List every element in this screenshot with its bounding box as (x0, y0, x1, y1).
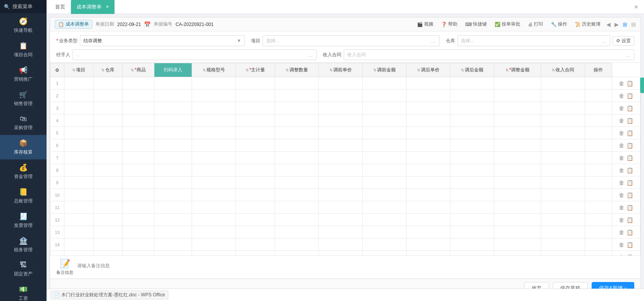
cell-1-7[interactable] (319, 77, 363, 90)
cell-12-3[interactable] (154, 214, 192, 226)
cell-12-11[interactable] (494, 214, 541, 226)
cell-1-12[interactable] (541, 77, 585, 90)
cell-11-4[interactable] (192, 201, 235, 214)
cell-4-13[interactable] (585, 114, 612, 127)
cell-7-12[interactable] (541, 152, 585, 164)
cell-7-7[interactable] (319, 152, 363, 164)
cell-6-4[interactable] (192, 139, 235, 152)
table-settings-col[interactable]: ⚙ (50, 63, 64, 77)
cell-11-11[interactable] (494, 201, 541, 214)
cell-15-11[interactable] (494, 251, 541, 256)
sidebar-item-ledger-mgmt[interactable]: 📒 总账管理 (0, 184, 47, 208)
row-delete-icon[interactable]: 🗑 (619, 142, 624, 149)
row-delete-icon[interactable]: 🗑 (619, 105, 624, 111)
cell-15-4[interactable] (192, 251, 235, 256)
cell-4-4[interactable] (192, 114, 235, 127)
cell-7-2[interactable] (122, 152, 154, 164)
cell-13-0[interactable] (64, 226, 93, 239)
cell-5-12[interactable] (541, 127, 585, 139)
cell-1-2[interactable] (122, 77, 154, 90)
cell-3-13[interactable] (585, 102, 612, 114)
cell-2-6[interactable] (275, 90, 319, 102)
cell-14-3[interactable] (154, 239, 192, 251)
cell-14-1[interactable] (93, 239, 122, 251)
cell-4-9[interactable] (407, 114, 450, 127)
cell-13-5[interactable] (235, 226, 275, 239)
cell-7-9[interactable] (407, 152, 450, 164)
cell-12-10[interactable] (450, 214, 494, 226)
th-scan-input[interactable]: 扫码录入 (154, 63, 192, 77)
cell-15-10[interactable] (450, 251, 494, 256)
cell-7-1[interactable] (93, 152, 122, 164)
cell-8-13[interactable] (585, 164, 612, 176)
row-delete-icon[interactable]: 🗑 (619, 192, 624, 198)
biz-type-input[interactable]: 结存调整 ▼ (80, 35, 245, 46)
review-btn[interactable]: ✅ 按单审批 (493, 20, 522, 28)
cell-4-1[interactable] (93, 114, 122, 127)
cell-9-0[interactable] (64, 176, 93, 189)
cell-13-8[interactable] (363, 226, 407, 239)
cell-11-2[interactable] (122, 201, 154, 214)
income-contract-input[interactable]: 收入合同 (344, 49, 635, 60)
project-input[interactable]: 选择... (263, 35, 440, 46)
row-copy-icon[interactable]: 📋 (627, 130, 633, 136)
cell-3-7[interactable] (319, 102, 363, 114)
cell-4-2[interactable] (122, 114, 154, 127)
cell-14-9[interactable] (407, 239, 450, 251)
sidebar-item-fixed-assets[interactable]: 🏗 固定资产 (0, 257, 47, 281)
cell-14-12[interactable] (541, 239, 585, 251)
cell-6-5[interactable] (235, 139, 275, 152)
cell-5-11[interactable] (494, 127, 541, 139)
cell-2-12[interactable] (541, 90, 585, 102)
cell-14-7[interactable] (319, 239, 363, 251)
sidebar-item-payroll[interactable]: 💵 工资 (0, 281, 47, 301)
cell-2-2[interactable] (122, 90, 154, 102)
cell-13-7[interactable] (319, 226, 363, 239)
cell-1-3[interactable] (154, 77, 192, 90)
cell-12-4[interactable] (192, 214, 235, 226)
cell-13-10[interactable] (450, 226, 494, 239)
cell-15-6[interactable] (275, 251, 319, 256)
cell-4-10[interactable] (450, 114, 494, 127)
cell-9-9[interactable] (407, 176, 450, 189)
cell-9-12[interactable] (541, 176, 585, 189)
cell-7-13[interactable] (585, 152, 612, 164)
cell-3-11[interactable] (494, 102, 541, 114)
cell-1-4[interactable] (192, 77, 235, 90)
row-delete-icon[interactable]: 🗑 (619, 217, 624, 223)
cell-1-6[interactable] (275, 77, 319, 90)
cell-12-6[interactable] (275, 214, 319, 226)
cell-6-2[interactable] (122, 139, 154, 152)
cell-1-0[interactable] (64, 77, 93, 90)
cell-13-2[interactable] (122, 226, 154, 239)
cell-12-8[interactable] (363, 214, 407, 226)
cell-6-8[interactable] (363, 139, 407, 152)
cell-11-0[interactable] (64, 201, 93, 214)
cell-8-2[interactable] (122, 164, 154, 176)
cell-6-11[interactable] (494, 139, 541, 152)
help-btn[interactable]: ❓ 帮助 (439, 20, 459, 28)
cell-1-9[interactable] (407, 77, 450, 90)
cell-8-0[interactable] (64, 164, 93, 176)
row-delete-icon[interactable]: 🗑 (619, 155, 624, 161)
cell-7-5[interactable] (235, 152, 275, 164)
row-delete-icon[interactable]: 🗑 (619, 167, 624, 173)
cell-1-1[interactable] (93, 77, 122, 90)
cell-15-12[interactable] (541, 251, 585, 256)
cell-10-10[interactable] (450, 189, 494, 201)
cell-1-11[interactable] (494, 77, 541, 90)
cell-8-5[interactable] (235, 164, 275, 176)
cell-5-0[interactable] (64, 127, 93, 139)
cell-10-8[interactable] (363, 189, 407, 201)
cell-7-0[interactable] (64, 152, 93, 164)
cell-14-2[interactable] (122, 239, 154, 251)
row-copy-icon[interactable]: 📋 (627, 118, 633, 124)
cell-7-8[interactable] (363, 152, 407, 164)
history-btn[interactable]: 📜 历史账簿 (573, 20, 602, 28)
cell-5-2[interactable] (122, 127, 154, 139)
cell-15-7[interactable] (319, 251, 363, 256)
cell-6-7[interactable] (319, 139, 363, 152)
cell-6-6[interactable] (275, 139, 319, 152)
cell-14-13[interactable] (585, 239, 612, 251)
cell-9-13[interactable] (585, 176, 612, 189)
